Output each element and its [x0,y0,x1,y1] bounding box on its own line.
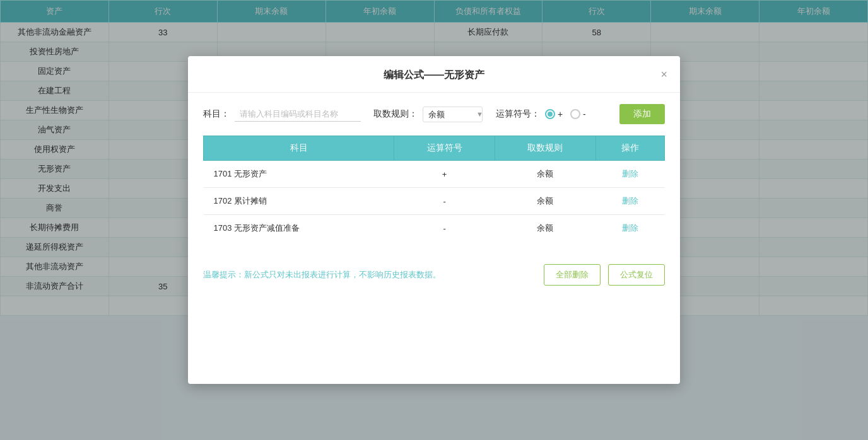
modal-overlay: 编辑公式——无形资产 × 科目： 取数规则： 余额 借方 贷方 借方发生额 贷方… [0,0,868,440]
radio-minus[interactable]: - [570,109,586,119]
dialog-title: 编辑公式——无形资产 [384,69,484,80]
formula-table-container: 科目运算符号取数规则操作 1701 无形资产+余额删除1702 累计摊销-余额删… [203,136,665,241]
table-row: 1702 累计摊销-余额删除 [204,188,665,215]
table-col-header: 操作 [595,136,664,161]
table-rule-cell: 余额 [495,188,595,215]
operator-group: 运算符号： + - [496,108,586,120]
delete-row-button[interactable]: 删除 [622,223,638,233]
radio-minus-circle [570,109,580,119]
rule-label: 取数规则： [373,108,418,120]
formula-table: 科目运算符号取数规则操作 1701 无形资产+余额删除1702 累计摊销-余额删… [203,136,665,241]
subject-input[interactable] [235,107,361,122]
radio-plus[interactable]: + [545,109,563,119]
table-rule-cell: 余额 [495,215,595,242]
table-operator-cell: - [394,215,495,242]
table-action-cell: 删除 [595,188,664,215]
table-action-cell: 删除 [595,161,664,188]
dialog-footer: 温馨提示：新公式只对未出报表进行计算，不影响历史报表数据。 全部删除 公式复位 [188,254,680,291]
subject-label: 科目： [203,108,230,120]
close-button[interactable]: × [658,66,670,83]
radio-plus-circle [545,109,555,119]
form-row: 科目： 取数规则： 余额 借方 贷方 借方发生额 贷方发生额 ▼ 运算 [188,93,680,136]
delete-row-button[interactable]: 删除 [622,196,638,206]
rule-select-wrap: 余额 借方 贷方 借方发生额 贷方发生额 ▼ [423,107,483,122]
table-action-cell: 删除 [595,215,664,242]
table-row: 1701 无形资产+余额删除 [204,161,665,188]
operator-label: 运算符号： [496,108,540,120]
table-rule-cell: 余额 [495,161,595,188]
footer-buttons: 全部删除 公式复位 [544,264,665,286]
table-operator-cell: - [394,188,495,215]
subject-group: 科目： [203,107,361,122]
table-col-header: 取数规则 [495,136,595,161]
reset-formula-button[interactable]: 公式复位 [608,264,665,286]
radio-minus-label: - [583,109,586,119]
rule-select[interactable]: 余额 借方 贷方 借方发生额 贷方发生额 [423,107,483,122]
table-row: 1703 无形资产减值准备-余额删除 [204,215,665,242]
add-button[interactable]: 添加 [619,104,665,124]
dialog: 编辑公式——无形资产 × 科目： 取数规则： 余额 借方 贷方 借方发生额 贷方… [188,56,680,384]
operator-radio-group: + - [545,109,586,119]
footer-tip: 温馨提示：新公式只对未出报表进行计算，不影响历史报表数据。 [203,269,544,281]
table-subject-cell: 1703 无形资产减值准备 [204,215,394,242]
delete-all-button[interactable]: 全部删除 [544,264,601,286]
rule-group: 取数规则： 余额 借方 贷方 借方发生额 贷方发生额 ▼ [373,107,483,122]
delete-row-button[interactable]: 删除 [622,169,638,178]
dialog-header: 编辑公式——无形资产 × [188,56,680,93]
table-col-header: 运算符号 [394,136,495,161]
radio-plus-label: + [558,109,563,119]
table-subject-cell: 1702 累计摊销 [204,188,394,215]
table-col-header: 科目 [204,136,394,161]
table-operator-cell: + [394,161,495,188]
table-subject-cell: 1701 无形资产 [204,161,394,188]
